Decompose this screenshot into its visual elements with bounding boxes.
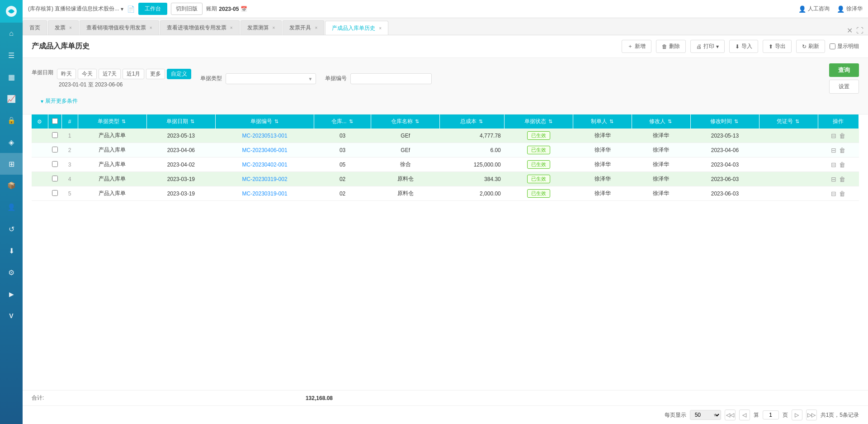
row-checkbox-cell[interactable] — [48, 186, 61, 201]
col-status-sort[interactable]: ⇅ — [547, 119, 553, 124]
col-wh-name-sort[interactable]: ⇅ — [414, 119, 420, 124]
sidebar-item-version[interactable]: V — [0, 305, 23, 327]
date-btn-custom[interactable]: 自定义 — [167, 69, 191, 79]
setting-button[interactable]: 设置 — [829, 80, 859, 94]
tab-invoice-issue-close[interactable]: × — [315, 25, 317, 30]
sidebar-item-download[interactable]: ⬇ — [0, 240, 23, 262]
print-button[interactable]: 🖨 打印 ▾ — [690, 40, 725, 53]
date-btn-1month[interactable]: 近1月 — [123, 69, 145, 79]
sidebar-item-shield[interactable]: ◈ — [0, 131, 23, 153]
col-date[interactable]: 单据日期⇅ — [146, 114, 215, 129]
tab-purchase-invoice-close[interactable]: × — [230, 25, 233, 30]
col-voucher[interactable]: 凭证号⇅ — [760, 114, 818, 129]
row-delete-icon[interactable]: 🗑 — [839, 176, 845, 183]
col-date-sort[interactable]: ⇅ — [189, 119, 195, 124]
col-status[interactable]: 单据状态⇅ — [505, 114, 573, 129]
expand-more-btn[interactable]: ▾ 展开更多条件 — [41, 97, 78, 105]
tab-invoice-close[interactable]: × — [69, 25, 72, 30]
tab-home[interactable]: 首页 — [23, 20, 47, 35]
page-number-input[interactable] — [763, 410, 779, 419]
col-modifier[interactable]: 修改人⇅ — [632, 114, 691, 129]
sidebar-item-refresh2[interactable]: ↺ — [0, 218, 23, 240]
row-number[interactable]: MC-20230319-002 — [215, 172, 314, 186]
sidebar-item-inventory[interactable]: 📦 — [0, 175, 23, 196]
show-detail-checkbox[interactable] — [830, 43, 835, 49]
col-warehouse-code[interactable]: 仓库...⇅ — [314, 114, 371, 129]
row-number[interactable]: MC-20230513-001 — [215, 129, 314, 143]
tab-fullscreen-icon[interactable]: ⛶ — [856, 27, 863, 35]
last-page-button[interactable]: ▷▷ — [806, 410, 817, 420]
company-dropdown-icon[interactable]: ▾ — [121, 6, 123, 12]
switch-version-button[interactable]: 切到旧版 — [171, 3, 203, 15]
row-checkbox-cell[interactable] — [48, 157, 61, 172]
col-modify-time[interactable]: 修改时间⇅ — [690, 114, 759, 129]
app-logo[interactable] — [0, 0, 23, 23]
col-warehouse-name[interactable]: 仓库名称⇅ — [371, 114, 440, 129]
date-btn-7days[interactable]: 近7天 — [99, 69, 121, 79]
user-info[interactable]: 👤 徐泽华 — [837, 5, 863, 13]
prev-page-button[interactable]: ◁ — [739, 410, 750, 420]
import-button[interactable]: ⬇ 导入 — [729, 40, 758, 53]
row-delete-icon[interactable]: 🗑 — [839, 161, 845, 168]
tab-finished-goods-history[interactable]: 产成品入库单历史 × — [325, 21, 388, 35]
col-type[interactable]: 单据类型⇅ — [78, 114, 146, 129]
col-modify-time-sort[interactable]: ⇅ — [733, 119, 739, 124]
show-detail-toggle[interactable]: 显示明细 — [830, 43, 859, 50]
topbar-doc-icon[interactable]: 📄 — [127, 5, 135, 13]
row-edit-icon[interactable]: ⊟ — [831, 190, 836, 197]
tab-invoice-issue[interactable]: 发票开具 × — [283, 20, 324, 35]
col-total-cost[interactable]: 总成本⇅ — [440, 114, 505, 129]
sidebar-item-chart[interactable]: ▦ — [0, 66, 23, 88]
row-checkbox[interactable] — [52, 147, 58, 152]
row-number[interactable]: MC-20230406-001 — [215, 143, 314, 157]
row-checkbox-cell[interactable] — [48, 172, 61, 186]
tab-sales-invoice[interactable]: 查看销项增值税专用发票 × — [80, 20, 159, 35]
row-checkbox-cell[interactable] — [48, 129, 61, 143]
row-checkbox-cell[interactable] — [48, 143, 61, 157]
row-delete-icon[interactable]: 🗑 — [839, 190, 845, 197]
col-number-sort[interactable]: ⇅ — [274, 119, 279, 124]
date-btn-more[interactable]: 更多 — [146, 69, 165, 79]
col-type-sort[interactable]: ⇅ — [121, 119, 127, 124]
refresh-button[interactable]: ↻ 刷新 — [796, 40, 825, 53]
tab-purchase-invoice[interactable]: 查看进项增值税专用发票 × — [160, 20, 240, 35]
tab-finished-goods-close[interactable]: × — [379, 26, 382, 31]
tab-close-all-icon[interactable]: ✕ — [847, 26, 853, 35]
col-settings[interactable]: ⚙ — [32, 114, 48, 129]
row-checkbox[interactable] — [52, 190, 58, 196]
first-page-button[interactable]: ◁◁ — [725, 410, 736, 420]
query-button[interactable]: 查询 — [829, 63, 859, 77]
tab-invoice[interactable]: 发票 × — [48, 20, 79, 35]
tab-invoice-calc-close[interactable]: × — [273, 25, 275, 30]
sidebar-item-home[interactable]: ⌂ — [0, 23, 23, 44]
per-page-select[interactable]: 50 100 200 — [690, 410, 721, 420]
sidebar-item-settings2[interactable]: ⚙ — [0, 262, 23, 283]
row-edit-icon[interactable]: ⊟ — [831, 147, 836, 154]
sidebar-item-grid[interactable]: ⊞ — [0, 153, 23, 175]
row-checkbox[interactable] — [52, 161, 58, 167]
row-edit-icon[interactable]: ⊟ — [831, 161, 836, 168]
row-number[interactable]: MC-20230402-001 — [215, 157, 314, 172]
new-button[interactable]: ＋ 新增 — [622, 40, 651, 53]
row-number[interactable]: MC-20230319-001 — [215, 186, 314, 201]
row-checkbox[interactable] — [52, 132, 58, 138]
col-cost-sort[interactable]: ⇅ — [478, 119, 484, 124]
workbench-button[interactable]: 工作台 — [138, 3, 167, 15]
date-btn-yesterday[interactable]: 昨天 — [57, 69, 76, 79]
calendar-icon[interactable]: 📅 — [241, 6, 247, 12]
row-edit-icon[interactable]: ⊟ — [831, 176, 836, 183]
number-input[interactable] — [350, 73, 432, 84]
sidebar-item-person[interactable]: 👤 — [0, 196, 23, 218]
row-edit-icon[interactable]: ⊟ — [831, 132, 836, 139]
row-delete-icon[interactable]: 🗑 — [839, 132, 845, 139]
type-select[interactable] — [226, 73, 316, 84]
help-label[interactable]: 👤 人工咨询 — [798, 5, 830, 13]
col-wh-code-sort[interactable]: ⇅ — [348, 119, 354, 124]
row-checkbox[interactable] — [52, 176, 58, 181]
sidebar-item-document[interactable]: ☰ — [0, 44, 23, 66]
date-btn-today[interactable]: 今天 — [78, 69, 97, 79]
col-number[interactable]: 单据编号⇅ — [215, 114, 314, 129]
col-creator-sort[interactable]: ⇅ — [609, 119, 614, 124]
sidebar-item-analytics[interactable]: 📈 — [0, 88, 23, 110]
col-modifier-sort[interactable]: ⇅ — [667, 119, 673, 124]
